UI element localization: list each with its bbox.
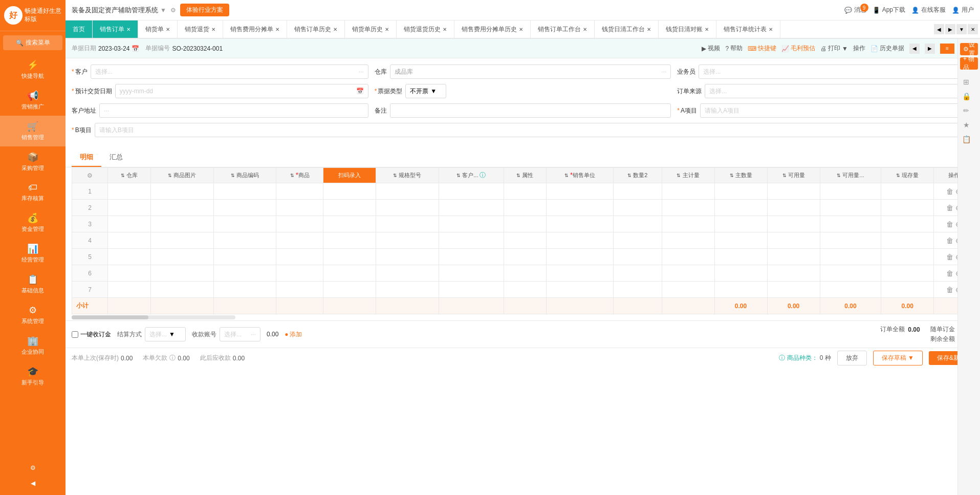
table-cell[interactable] xyxy=(213,216,276,232)
tab-menu-button[interactable]: ▼ xyxy=(956,24,967,34)
col-scan[interactable]: 扫码录入 xyxy=(323,168,376,183)
tab-home[interactable]: 首页 xyxy=(66,20,93,38)
table-cell[interactable] xyxy=(376,200,439,216)
col-gear[interactable]: ⚙ xyxy=(72,168,108,183)
tab-sales-expense[interactable]: 销售费用分摊单 ✕ xyxy=(223,20,287,38)
tab-close-sales-invoice-history[interactable]: ✕ xyxy=(385,27,389,32)
customer-ellipsis[interactable]: ··· xyxy=(359,68,364,75)
table-cell[interactable] xyxy=(614,249,662,265)
table-cell[interactable] xyxy=(323,183,376,200)
online-service-button[interactable]: 👤 在线客服 xyxy=(911,6,946,14)
table-cell[interactable] xyxy=(820,249,881,265)
table-cell[interactable] xyxy=(820,265,881,282)
sidebar-item-finance[interactable]: 💰 资金管理 xyxy=(0,207,66,238)
warehouse-ellipsis[interactable]: ··· xyxy=(661,68,666,75)
customer-address-input[interactable]: ··· xyxy=(99,103,368,118)
table-cell[interactable] xyxy=(714,200,767,216)
tab-close-sales-return[interactable]: ✕ xyxy=(211,27,215,32)
table-cell[interactable] xyxy=(714,282,767,298)
right-add-product-button[interactable]: + 物品 xyxy=(960,57,978,70)
table-cell[interactable] xyxy=(108,232,150,249)
payment-method-select[interactable]: 选择... ▼ xyxy=(145,327,186,341)
table-cell[interactable] xyxy=(504,183,546,200)
tab-sales-return-history[interactable]: 销货退货历史 ✕ xyxy=(397,20,454,38)
table-cell[interactable] xyxy=(714,183,767,200)
sidebar-item-system[interactable]: ⚙ 系统管理 xyxy=(0,299,66,330)
table-cell[interactable] xyxy=(546,200,613,216)
tab-sales-report[interactable]: 销售订单统计表 ✕ xyxy=(716,20,780,38)
tab-close-sales-order-history[interactable]: ✕ xyxy=(333,27,337,32)
table-cell[interactable] xyxy=(323,200,376,216)
table-cell[interactable] xyxy=(820,282,881,298)
tab-sales-workbench[interactable]: 销售订单工作台 ✕ xyxy=(531,20,595,38)
delete-row-icon[interactable]: 🗑 xyxy=(946,204,953,212)
topbar-settings-icon[interactable]: ⚙ xyxy=(170,7,176,14)
gear-icon[interactable]: ⚙ xyxy=(87,172,93,179)
tab-daily-reconcile[interactable]: 钱货日清对账 ✕ xyxy=(659,20,716,38)
table-cell[interactable] xyxy=(439,216,504,232)
table-cell[interactable] xyxy=(150,216,213,232)
customer-input[interactable]: 选择... ··· xyxy=(91,64,368,79)
table-cell[interactable] xyxy=(820,183,881,200)
invoice-type-select[interactable]: 不开票 ▼ xyxy=(405,84,446,98)
sidebar-item-sales[interactable]: 🛒 销售管理 xyxy=(0,116,66,146)
table-cell[interactable] xyxy=(767,265,820,282)
table-cell[interactable] xyxy=(376,249,439,265)
table-cell[interactable] xyxy=(767,282,820,298)
table-cell[interactable] xyxy=(150,232,213,249)
table-cell[interactable] xyxy=(439,200,504,216)
table-cell[interactable] xyxy=(714,249,767,265)
table-cell[interactable] xyxy=(714,265,767,282)
table-cell[interactable] xyxy=(662,200,714,216)
delivery-date-input[interactable]: yyyy-mm-dd 📅 xyxy=(115,84,368,98)
b-project-input[interactable]: 请输入B项目 xyxy=(95,123,974,137)
form-toolbar-list-view[interactable]: ≡ xyxy=(940,44,954,54)
tab-close-sales-return-history[interactable]: ✕ xyxy=(443,27,447,32)
delete-row-icon[interactable]: 🗑 xyxy=(946,236,953,245)
tab-next-button[interactable]: ▶ xyxy=(945,24,955,34)
a-project-input[interactable]: 请输入A项目 xyxy=(700,103,974,118)
table-cell[interactable] xyxy=(714,216,767,232)
table-cell[interactable] xyxy=(439,265,504,282)
table-cell[interactable] xyxy=(150,249,213,265)
table-cell[interactable] xyxy=(546,232,613,249)
app-download-button[interactable]: 📱 App下载 xyxy=(873,6,905,14)
table-cell[interactable] xyxy=(504,249,546,265)
sidebar-item-purchase[interactable]: 📦 采购管理 xyxy=(0,146,66,177)
sidebar-item-marketing[interactable]: 📢 营销推广 xyxy=(0,85,66,116)
account-ellipsis[interactable]: ··· xyxy=(251,331,256,338)
profit-estimate-button[interactable]: 📈 毛利预估 xyxy=(781,44,815,53)
table-cell[interactable] xyxy=(820,200,881,216)
tab-sales-order[interactable]: 销售订单 ✕ xyxy=(93,20,138,38)
table-cell[interactable] xyxy=(108,200,150,216)
table-cell[interactable] xyxy=(323,282,376,298)
table-cell[interactable] xyxy=(108,282,150,298)
industry-solution-button[interactable]: App下载 体验行业方案 xyxy=(180,4,229,16)
tab-prev-button[interactable]: ◀ xyxy=(934,24,944,34)
section-tab-detail[interactable]: 明细 xyxy=(72,148,101,167)
table-cell[interactable] xyxy=(546,282,613,298)
horizontal-scrollbar[interactable] xyxy=(66,314,980,320)
note-input[interactable] xyxy=(390,103,671,118)
table-cell[interactable] xyxy=(376,183,439,200)
search-menu-button[interactable]: 🔍 搜索菜单 xyxy=(3,35,62,50)
tab-close-sales-workbench[interactable]: ✕ xyxy=(583,27,587,32)
delete-row-icon[interactable]: 🗑 xyxy=(946,187,953,196)
table-cell[interactable] xyxy=(150,200,213,216)
form-toolbar-next[interactable]: ▶ xyxy=(925,44,935,54)
table-cell[interactable] xyxy=(546,265,613,282)
table-cell[interactable] xyxy=(108,216,150,232)
table-cell[interactable] xyxy=(662,216,714,232)
view-video-button[interactable]: ▶ 视频 xyxy=(702,44,720,53)
delete-row-icon[interactable]: 🗑 xyxy=(946,286,953,294)
print-button[interactable]: 🖨 打印 ▼ xyxy=(820,44,848,53)
sidebar-item-basic-info[interactable]: 📋 基础信息 xyxy=(0,269,66,299)
sidebar-settings-button[interactable]: ⚙ xyxy=(0,460,66,476)
table-cell[interactable] xyxy=(614,216,662,232)
table-cell[interactable] xyxy=(323,216,376,232)
table-cell[interactable] xyxy=(614,282,662,298)
table-cell[interactable] xyxy=(820,216,881,232)
table-cell[interactable] xyxy=(614,232,662,249)
scrollbar-thumb[interactable] xyxy=(72,315,148,319)
calendar-icon[interactable]: 📅 xyxy=(132,45,139,52)
